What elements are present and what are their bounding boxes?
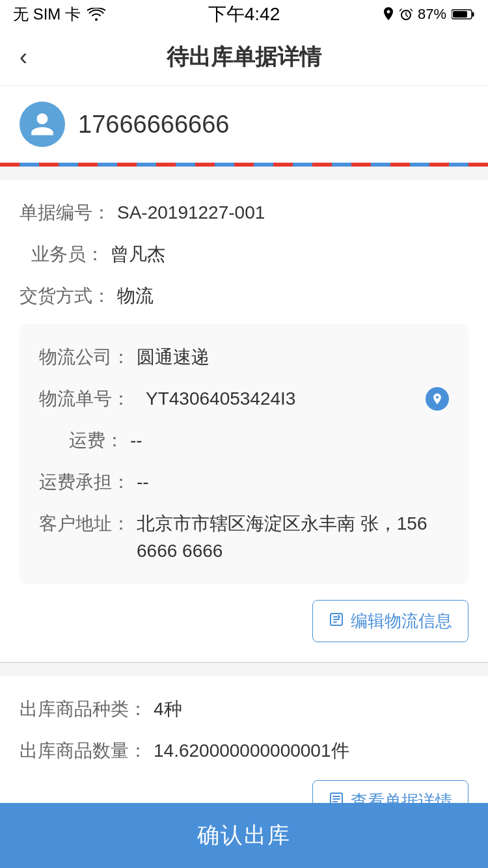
delivery-value: 物流 bbox=[117, 282, 468, 310]
goods-types-label: 出库商品种类： bbox=[20, 696, 154, 723]
status-time: 下午4:42 bbox=[208, 2, 280, 27]
order-info-section: 单据编号： SA-20191227-001 业务员： 曾凡杰 交货方式： 物流 … bbox=[0, 180, 488, 662]
tracking-value: YT43064053424I3 bbox=[146, 385, 416, 413]
alarm-icon bbox=[400, 7, 413, 21]
salesman-row: 业务员： 曾凡杰 bbox=[20, 241, 468, 268]
battery-text: 87% bbox=[418, 6, 446, 23]
company-label: 物流公司： bbox=[39, 344, 137, 371]
avatar bbox=[20, 102, 65, 147]
edit-btn-row: 编辑物流信息 bbox=[20, 600, 468, 642]
order-no-label: 单据编号： bbox=[20, 199, 117, 226]
company-value: 圆通速递 bbox=[137, 344, 449, 371]
battery-icon bbox=[452, 8, 475, 20]
order-no-row: 单据编号： SA-20191227-001 bbox=[20, 199, 468, 226]
freight-bearer-value: -- bbox=[137, 468, 449, 496]
svg-rect-2 bbox=[472, 12, 474, 17]
section-divider bbox=[0, 662, 488, 663]
wifi-icon bbox=[87, 8, 105, 21]
edit-logistics-button[interactable]: 编辑物流信息 bbox=[312, 600, 468, 642]
salesman-value: 曾凡杰 bbox=[111, 241, 468, 268]
person-icon bbox=[29, 111, 56, 138]
freight-value: -- bbox=[130, 427, 449, 454]
goods-types-value: 4种 bbox=[154, 696, 468, 723]
delivery-row: 交货方式： 物流 bbox=[20, 282, 468, 310]
confirm-outbound-button[interactable]: 确认出库 bbox=[0, 803, 488, 868]
status-right: 87% bbox=[383, 6, 475, 23]
bottom-area: 确认出库 bbox=[0, 803, 488, 868]
edit-btn-label: 编辑物流信息 bbox=[351, 610, 452, 632]
address-row: 客户地址： 北京市市辖区海淀区永丰南 张，156 6666 6666 bbox=[39, 510, 449, 565]
nav-bar: ‹ 待出库单据详情 bbox=[0, 29, 488, 86]
location-active-icon bbox=[383, 7, 394, 21]
freight-bearer-row: 运费承担： -- bbox=[39, 468, 449, 496]
map-pin-icon bbox=[431, 392, 444, 405]
page-title: 待出库单据详情 bbox=[167, 42, 321, 72]
goods-quantity-row: 出库商品数量： 14.620000000000001件 bbox=[20, 737, 468, 765]
main-content: 17666666666 单据编号： SA-20191227-001 业务员： 曾… bbox=[0, 86, 488, 868]
freight-row: 运费： -- bbox=[39, 427, 449, 454]
salesman-label: 业务员： bbox=[20, 241, 111, 268]
status-left: 无 SIM 卡 bbox=[13, 4, 105, 25]
user-phone: 17666666666 bbox=[78, 111, 229, 139]
tracking-row: 物流单号： YT43064053424I3 bbox=[39, 385, 449, 413]
status-bar: 无 SIM 卡 下午4:42 87% bbox=[0, 0, 488, 29]
address-label: 客户地址： bbox=[39, 510, 137, 537]
order-no-value: SA-20191227-001 bbox=[117, 199, 468, 226]
goods-quantity-label: 出库商品数量： bbox=[20, 737, 154, 765]
back-button[interactable]: ‹ bbox=[20, 44, 27, 71]
tracking-label: 物流单号： bbox=[39, 385, 137, 413]
freight-label: 运费： bbox=[39, 427, 130, 454]
address-value: 北京市市辖区海淀区永丰南 张，156 6666 6666 bbox=[137, 510, 449, 565]
edit-icon bbox=[329, 612, 344, 631]
delivery-label: 交货方式： bbox=[20, 282, 117, 310]
svg-rect-3 bbox=[453, 11, 467, 18]
user-header: 17666666666 bbox=[0, 86, 488, 163]
goods-quantity-value: 14.620000000000001件 bbox=[154, 737, 468, 765]
dashed-separator bbox=[0, 163, 488, 167]
company-row: 物流公司： 圆通速递 bbox=[39, 344, 449, 371]
sim-status: 无 SIM 卡 bbox=[13, 4, 81, 25]
freight-bearer-label: 运费承担： bbox=[39, 468, 137, 496]
tracking-map-button[interactable] bbox=[426, 387, 449, 411]
logistics-card: 物流公司： 圆通速递 物流单号： YT43064053424I3 运费： -- … bbox=[20, 324, 468, 584]
goods-types-row: 出库商品种类： 4种 bbox=[20, 696, 468, 723]
